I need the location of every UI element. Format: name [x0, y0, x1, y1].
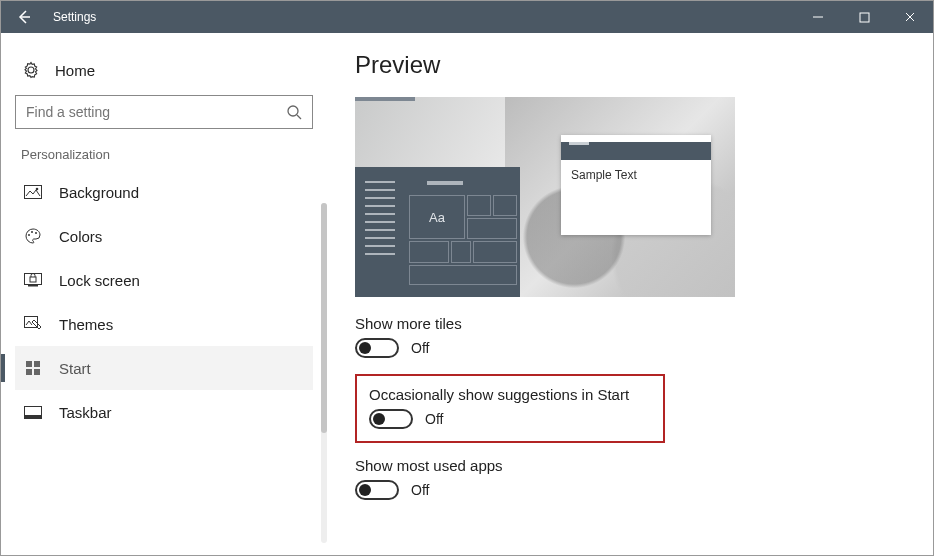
themes-icon	[23, 316, 43, 332]
setting-label: Occasionally show suggestions in Start	[369, 386, 651, 403]
home-label: Home	[55, 62, 95, 79]
preview-tile-aa: Aa	[409, 195, 465, 239]
search-icon	[286, 104, 302, 120]
sidebar-item-taskbar[interactable]: Taskbar	[15, 390, 313, 434]
svg-point-6	[35, 232, 37, 234]
sidebar-scrollbar[interactable]	[321, 203, 327, 543]
sidebar-item-background[interactable]: Background	[15, 170, 313, 214]
toggle-suggestions-in-start[interactable]	[369, 409, 413, 429]
svg-rect-9	[30, 277, 36, 282]
window-title: Settings	[47, 10, 795, 24]
svg-rect-16	[25, 415, 41, 418]
sidebar-item-lock-screen[interactable]: Lock screen	[15, 258, 313, 302]
preview-sample-window: Sample Text	[561, 135, 711, 235]
setting-label: Show more tiles	[355, 315, 911, 332]
lock-screen-icon	[23, 273, 43, 287]
toggle-state: Off	[425, 411, 443, 427]
svg-point-5	[31, 231, 33, 233]
search-input[interactable]	[26, 104, 286, 120]
svg-rect-8	[28, 285, 38, 287]
toggle-show-more-tiles[interactable]	[355, 338, 399, 358]
sidebar-item-label: Lock screen	[59, 272, 140, 289]
toggle-show-most-used-apps[interactable]	[355, 480, 399, 500]
svg-rect-12	[34, 361, 40, 367]
svg-rect-14	[34, 369, 40, 375]
svg-point-4	[28, 234, 30, 236]
sidebar-item-label: Colors	[59, 228, 102, 245]
svg-rect-2	[25, 186, 42, 199]
palette-icon	[23, 227, 43, 245]
sidebar-item-label: Start	[59, 360, 91, 377]
titlebar: Settings	[1, 1, 933, 33]
search-box[interactable]	[15, 95, 313, 129]
sidebar: Home Personalization Background Colors	[1, 33, 327, 555]
svg-rect-7	[25, 274, 42, 285]
svg-rect-13	[26, 369, 32, 375]
picture-icon	[23, 185, 43, 199]
setting-suggestions-in-start: Occasionally show suggestions in Start O…	[369, 386, 651, 429]
svg-rect-0	[860, 13, 869, 22]
setting-show-more-tiles: Show more tiles Off	[355, 315, 911, 358]
svg-point-3	[36, 188, 39, 191]
scrollbar-thumb[interactable]	[321, 203, 327, 433]
sidebar-item-themes[interactable]: Themes	[15, 302, 313, 346]
sidebar-item-label: Taskbar	[59, 404, 112, 421]
sidebar-item-colors[interactable]: Colors	[15, 214, 313, 258]
setting-label: Show most used apps	[355, 457, 911, 474]
preview-thumbnail: Aa Sample Text	[355, 97, 735, 297]
sidebar-item-label: Background	[59, 184, 139, 201]
minimize-button[interactable]	[795, 1, 841, 33]
toggle-state: Off	[411, 482, 429, 498]
back-button[interactable]	[1, 1, 47, 33]
preview-window-text: Sample Text	[561, 160, 711, 190]
close-button[interactable]	[887, 1, 933, 33]
home-button[interactable]: Home	[15, 51, 313, 95]
gear-icon	[21, 61, 41, 79]
taskbar-icon	[23, 406, 43, 419]
maximize-button[interactable]	[841, 1, 887, 33]
sidebar-item-label: Themes	[59, 316, 113, 333]
start-icon	[23, 360, 43, 376]
highlight-box: Occasionally show suggestions in Start O…	[355, 374, 665, 443]
svg-rect-11	[26, 361, 32, 367]
toggle-state: Off	[411, 340, 429, 356]
page-title: Preview	[355, 51, 911, 79]
setting-show-most-used-apps: Show most used apps Off	[355, 457, 911, 500]
svg-point-1	[288, 106, 298, 116]
main-panel: Preview Aa Sample	[327, 33, 933, 555]
sidebar-item-start[interactable]: Start	[15, 346, 313, 390]
section-label: Personalization	[15, 147, 313, 170]
